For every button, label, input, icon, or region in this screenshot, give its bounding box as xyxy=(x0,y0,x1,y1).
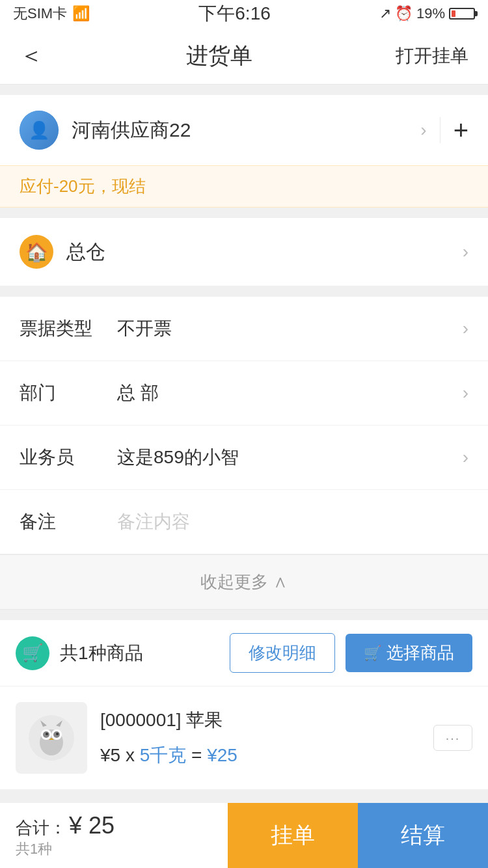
carrier-text: 无SIM卡 xyxy=(13,4,67,23)
form-section: 票据类型 不开票 › 部门 总 部 › 业务员 这是859的小智 › 备注 备注… xyxy=(0,297,488,554)
product-item: [0000001] 苹果 ¥5 x 5千克 = ¥25 ··· xyxy=(0,686,488,790)
supplier-alert-text: 应付-20元，现结 xyxy=(20,176,146,196)
location-icon: ↗ xyxy=(379,5,391,22)
wifi-icon: 📶 xyxy=(72,5,90,22)
collapse-row[interactable]: 收起更多 ∧ xyxy=(0,554,488,610)
select-product-button[interactable]: 🛒 选择商品 xyxy=(346,634,472,672)
products-icon-glyph: 🛒 xyxy=(22,643,43,663)
svg-point-9 xyxy=(56,733,59,735)
invoice-type-chevron-icon: › xyxy=(463,318,468,339)
gap4 xyxy=(0,610,488,620)
total-amount: ¥ 25 xyxy=(69,812,115,839)
salesperson-value: 这是859的小智 xyxy=(111,445,463,470)
department-value: 总 部 xyxy=(111,381,463,405)
warehouse-icon-glyph: 🏠 xyxy=(25,241,48,263)
product-name: [0000001] 苹果 xyxy=(100,708,433,733)
price-eq: = xyxy=(191,745,207,765)
warehouse-chevron-icon: › xyxy=(463,241,468,262)
warehouse-icon: 🏠 xyxy=(20,235,53,269)
salesperson-chevron-icon: › xyxy=(463,447,468,468)
status-carrier: 无SIM卡 📶 xyxy=(13,4,90,23)
department-row[interactable]: 部门 总 部 › xyxy=(0,361,488,426)
price-base: ¥5 xyxy=(100,745,120,765)
products-header: 🛒 共1种商品 修改明细 🛒 选择商品 xyxy=(0,620,488,686)
remark-input[interactable]: 备注内容 xyxy=(111,509,468,534)
back-button[interactable]: ＜ xyxy=(20,40,43,72)
product-thumbnail xyxy=(16,702,87,774)
product-more-button[interactable]: ··· xyxy=(433,725,472,751)
status-bar: 无SIM卡 📶 下午6:16 ↗ ⏰ 19% xyxy=(0,0,488,27)
total-section: 合计： ¥ 25 共1种 xyxy=(0,803,228,868)
supplier-name: 河南供应商22 xyxy=(72,117,420,144)
gap2 xyxy=(0,208,488,218)
modify-detail-button[interactable]: 修改明细 xyxy=(230,633,335,673)
hang-order-button[interactable]: 挂单 xyxy=(228,803,358,868)
supplier-row[interactable]: 👤 河南供应商22 › + xyxy=(0,95,488,165)
supplier-section: 👤 河南供应商22 › + 应付-20元，现结 xyxy=(0,95,488,208)
invoice-type-value: 不开票 xyxy=(111,316,463,341)
supplier-divider xyxy=(440,117,441,143)
alarm-icon: ⏰ xyxy=(395,5,413,22)
salesperson-row[interactable]: 业务员 这是859的小智 › xyxy=(0,426,488,490)
select-icon: 🛒 xyxy=(364,645,381,662)
salesperson-label: 业务员 xyxy=(20,445,111,470)
invoice-type-row[interactable]: 票据类型 不开票 › xyxy=(0,297,488,361)
price-qty: 5千克 xyxy=(140,745,187,765)
svg-point-8 xyxy=(46,733,48,735)
status-time: 下午6:16 xyxy=(198,1,271,26)
invoice-type-label: 票据类型 xyxy=(20,316,111,341)
checkout-button[interactable]: 结算 xyxy=(358,803,488,868)
battery-icon xyxy=(449,8,475,20)
status-right: ↗ ⏰ 19% xyxy=(379,5,475,22)
product-price: ¥5 x 5千克 = ¥25 xyxy=(100,743,433,768)
avatar-inner: 👤 xyxy=(20,111,59,150)
gap3 xyxy=(0,286,488,297)
avatar-icon: 👤 xyxy=(29,120,49,141)
warehouse-row[interactable]: 🏠 总仓 › xyxy=(0,218,488,286)
bottom-bar: 合计： ¥ 25 共1种 挂单 结算 xyxy=(0,803,488,868)
supplier-chevron-icon: › xyxy=(420,120,426,141)
page-title: 进货单 xyxy=(186,41,252,71)
total-count: 共1种 xyxy=(16,839,212,859)
supplier-avatar: 👤 xyxy=(20,111,59,150)
total-label: 合计： xyxy=(16,817,66,839)
gap1 xyxy=(0,85,488,95)
battery-percent: 19% xyxy=(416,5,445,22)
remark-label: 备注 xyxy=(20,509,111,534)
remark-row[interactable]: 备注 备注内容 xyxy=(0,490,488,554)
add-supplier-button[interactable]: + xyxy=(454,116,468,145)
products-count: 共1种商品 xyxy=(60,641,230,666)
department-chevron-icon: › xyxy=(463,383,468,403)
nav-bar: ＜ 进货单 打开挂单 xyxy=(0,27,488,85)
warehouse-label: 总仓 xyxy=(66,239,463,265)
price-multiply: x xyxy=(126,745,140,765)
select-label: 选择商品 xyxy=(386,642,454,664)
collapse-label: 收起更多 ∧ xyxy=(200,572,287,591)
supplier-alert-row: 应付-20元，现结 xyxy=(0,165,488,208)
department-label: 部门 xyxy=(20,381,111,405)
price-total: ¥25 xyxy=(207,745,237,765)
open-hang-button[interactable]: 打开挂单 xyxy=(396,44,468,68)
products-icon: 🛒 xyxy=(16,636,49,670)
product-info: [0000001] 苹果 ¥5 x 5千克 = ¥25 xyxy=(100,708,433,768)
product-thumb-img xyxy=(29,715,74,761)
